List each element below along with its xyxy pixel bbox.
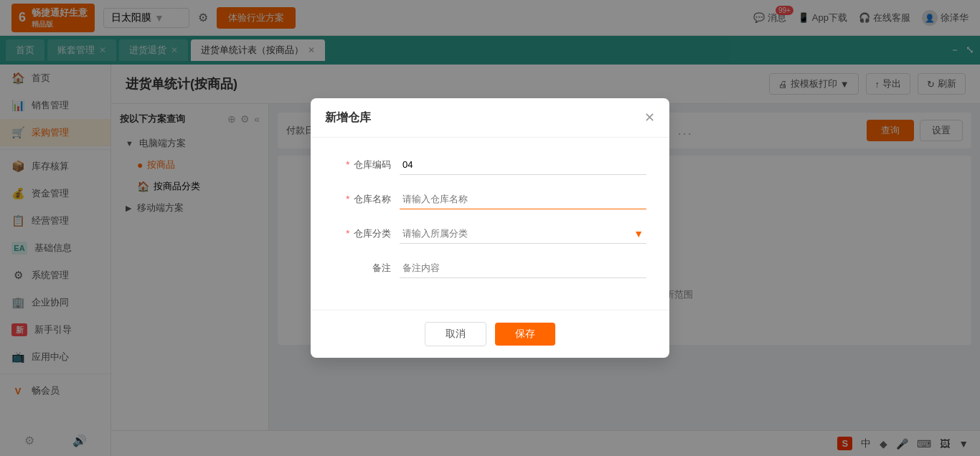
warehouse-name-input[interactable] (400, 189, 646, 209)
form-label-remark: 备注 (334, 262, 391, 275)
required-code: * (346, 159, 349, 170)
warehouse-code-input[interactable] (400, 155, 646, 175)
modal-overlay: 新增仓库 ✕ * 仓库编码 * 仓库名称 (0, 0, 980, 456)
save-button[interactable]: 保存 (495, 323, 555, 346)
required-name: * (346, 194, 349, 204)
modal-footer: 取消 保存 (311, 310, 669, 358)
required-category: * (346, 228, 349, 239)
form-item-remark: 备注 (334, 258, 646, 278)
warehouse-category-input[interactable] (400, 224, 646, 244)
modal-body: * 仓库编码 * 仓库名称 * 仓库分类 (311, 138, 669, 310)
remark-input[interactable] (400, 258, 646, 278)
modal-header: 新增仓库 ✕ (311, 98, 669, 138)
modal-close-button[interactable]: ✕ (644, 110, 655, 125)
modal-title: 新增仓库 (325, 110, 371, 125)
form-label-code: * 仓库编码 (334, 158, 391, 171)
form-item-name: * 仓库名称 (334, 189, 646, 209)
form-label-category: * 仓库分类 (334, 227, 391, 240)
form-item-category: * 仓库分类 ▼ (334, 224, 646, 244)
warehouse-category-wrapper: ▼ (400, 224, 646, 244)
cancel-button[interactable]: 取消 (425, 322, 486, 346)
modal-new-warehouse: 新增仓库 ✕ * 仓库编码 * 仓库名称 (311, 98, 669, 358)
form-item-code: * 仓库编码 (334, 155, 646, 175)
form-label-name: * 仓库名称 (334, 193, 391, 206)
